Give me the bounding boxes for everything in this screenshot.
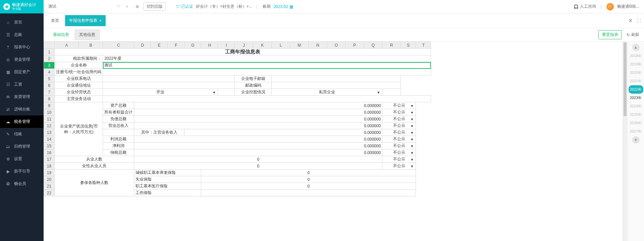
tab-home[interactable]: 首页 bbox=[47, 15, 63, 26]
fullscreen-icon[interactable]: ⛶ bbox=[637, 18, 641, 23]
col-head[interactable]: C bbox=[103, 42, 134, 49]
r13-value[interactable]: 0.000000 bbox=[184, 129, 382, 136]
col-head[interactable]: M bbox=[290, 42, 309, 49]
r18-pub-select[interactable]: 不公示▼ bbox=[382, 163, 416, 170]
col-head[interactable]: G bbox=[184, 42, 201, 49]
year-2024年[interactable]: 2024年 bbox=[629, 102, 643, 110]
year-2023年[interactable]: 2023年 bbox=[629, 94, 643, 102]
col-head[interactable]: R bbox=[382, 42, 401, 49]
col-head[interactable]: O bbox=[327, 42, 345, 49]
r9-pub-select[interactable]: 不公示▼ bbox=[382, 102, 416, 109]
holding-select[interactable]: 私营企业▼ bbox=[272, 89, 382, 96]
vertical-scrollbar[interactable] bbox=[623, 42, 627, 241]
r15-value[interactable]: 0.000000 bbox=[134, 143, 382, 149]
r11-pub-select[interactable]: 不公示▼ bbox=[382, 116, 416, 123]
user-name[interactable]: 畅捷通B组... bbox=[617, 4, 639, 9]
company-selector[interactable]: 测试 ﹀ bbox=[48, 4, 121, 9]
subtab-other[interactable]: 其他信息 bbox=[74, 29, 100, 40]
nav-item-12[interactable]: ▶新手引导 bbox=[0, 165, 44, 178]
reg-number-input[interactable] bbox=[103, 69, 431, 76]
year-2025年[interactable]: 2025年 bbox=[629, 110, 643, 119]
sheet-area[interactable]: ABCDEFGHIJKLMNOPQRST 1工商年报信息表 2 税款所属期间： … bbox=[44, 42, 623, 241]
refresh-button[interactable]: ↻ 刷新 bbox=[627, 32, 639, 38]
nav-item-0[interactable]: ⌂首页 bbox=[0, 16, 44, 29]
old-version-button[interactable]: 切到旧版 bbox=[144, 2, 166, 11]
r11-value[interactable]: 0.000000 bbox=[134, 116, 382, 123]
r9-value[interactable]: 0.000000 bbox=[134, 102, 382, 109]
r22-value[interactable] bbox=[201, 190, 416, 196]
col-head[interactable]: I bbox=[218, 42, 235, 49]
col-head[interactable] bbox=[44, 42, 55, 49]
nav-item-4[interactable]: ▦固定资产 bbox=[0, 66, 44, 78]
nav-item-6[interactable]: ✉发票管理 bbox=[0, 91, 44, 103]
nav-item-2[interactable]: ⇡报表中心 bbox=[0, 41, 44, 53]
r19-value[interactable]: 0 bbox=[201, 170, 416, 176]
r15-pub-select[interactable]: 不公示▼ bbox=[382, 143, 416, 149]
r16-pub-select[interactable]: 不公示▼ bbox=[382, 149, 416, 156]
r21-value[interactable]: 0 bbox=[201, 183, 416, 190]
nav-item-11[interactable]: ⚙设置 bbox=[0, 153, 44, 165]
company-name-input[interactable]: 测试 bbox=[103, 62, 431, 69]
close-icon[interactable]: × bbox=[99, 18, 102, 23]
r12-pub-select[interactable]: 不公示▼ bbox=[382, 123, 416, 129]
reset-button[interactable]: 重置报表 bbox=[598, 30, 622, 39]
year-down-icon[interactable]: ▼ bbox=[632, 136, 640, 144]
nav-item-13[interactable]: ✪畅会员 bbox=[0, 178, 44, 190]
col-head[interactable]: D bbox=[134, 42, 151, 49]
col-head[interactable]: P bbox=[345, 42, 364, 49]
col-head[interactable]: Q bbox=[364, 42, 382, 49]
nav-item-1[interactable]: ☰总账 bbox=[0, 29, 44, 41]
email-input[interactable] bbox=[272, 76, 401, 82]
r10-pub-select[interactable]: 不公示▼ bbox=[382, 109, 416, 116]
col-head[interactable]: F bbox=[168, 42, 184, 49]
year-up-icon[interactable]: ▲ bbox=[632, 44, 640, 51]
r13-pub-select[interactable]: 不公示▼ bbox=[382, 129, 416, 136]
avatar[interactable] bbox=[606, 3, 614, 10]
col-head[interactable]: A bbox=[55, 42, 79, 49]
tab-annual-report[interactable]: 年报信息申报表 × bbox=[65, 15, 106, 26]
year-2019年[interactable]: 2019年 bbox=[629, 60, 643, 68]
r12-value[interactable]: 0.000000 bbox=[134, 123, 382, 129]
op-status-select[interactable]: 开业▼ bbox=[103, 89, 218, 96]
col-head[interactable]: L bbox=[272, 42, 290, 49]
nav-item-5[interactable]: ☷工资 bbox=[0, 78, 44, 91]
r17-value[interactable]: 0 bbox=[134, 156, 382, 163]
col-head[interactable]: N bbox=[309, 42, 327, 49]
col-head[interactable]: T bbox=[416, 42, 431, 49]
col-head[interactable]: S bbox=[401, 42, 416, 49]
r10-value[interactable]: 0.000000 bbox=[134, 109, 382, 116]
year-2021年[interactable]: 2021年 bbox=[629, 77, 643, 85]
close-all-icon[interactable]: ✕ bbox=[628, 17, 633, 24]
subtab-basic[interactable]: 基础信息 bbox=[48, 29, 74, 40]
gear-icon[interactable]: ⚙ bbox=[133, 3, 141, 10]
nav-item-8[interactable]: ☁税务管理 bbox=[0, 115, 44, 128]
period-selector[interactable]: 2023-02 ▦ bbox=[273, 4, 293, 9]
nav-item-7[interactable]: ⇄进销台账 bbox=[0, 103, 44, 115]
nav-item-3[interactable]: ◎资金管理 bbox=[0, 53, 44, 66]
year-2020年[interactable]: 2020年 bbox=[629, 68, 643, 77]
support-link[interactable]: 🎧 人工咨询 bbox=[574, 4, 596, 9]
address-input[interactable] bbox=[103, 82, 235, 89]
year-2026年[interactable]: 2026年 bbox=[629, 119, 643, 127]
main-biz-input[interactable] bbox=[103, 96, 431, 102]
postal-input[interactable] bbox=[272, 82, 401, 89]
add-icon[interactable]: ＋ bbox=[123, 3, 131, 10]
year-2022年[interactable]: 2022年 bbox=[629, 85, 643, 94]
col-head[interactable]: K bbox=[253, 42, 272, 49]
nav-item-10[interactable]: 🗂归档管理 bbox=[0, 140, 44, 153]
r14-value[interactable]: 0.000000 bbox=[134, 136, 382, 143]
col-head[interactable]: B bbox=[79, 42, 103, 49]
col-head[interactable]: J bbox=[235, 42, 253, 49]
r17-pub-select[interactable]: 不公示▼ bbox=[382, 156, 416, 163]
col-head[interactable]: E bbox=[151, 42, 168, 49]
year-2027年[interactable]: 2027年 bbox=[629, 127, 643, 136]
nav-item-9[interactable]: ✎结账 bbox=[0, 128, 44, 140]
scrollbar-thumb[interactable] bbox=[624, 42, 627, 116]
r16-value[interactable]: 0.000000 bbox=[134, 149, 382, 156]
col-head[interactable]: H bbox=[201, 42, 218, 49]
r20-value[interactable]: 0 bbox=[201, 176, 416, 183]
r18-value[interactable]: 0 bbox=[134, 163, 382, 170]
year-2018年[interactable]: 2018年 bbox=[629, 52, 643, 60]
phone-input[interactable] bbox=[103, 76, 235, 82]
r14-pub-select[interactable]: 不公示▼ bbox=[382, 136, 416, 143]
